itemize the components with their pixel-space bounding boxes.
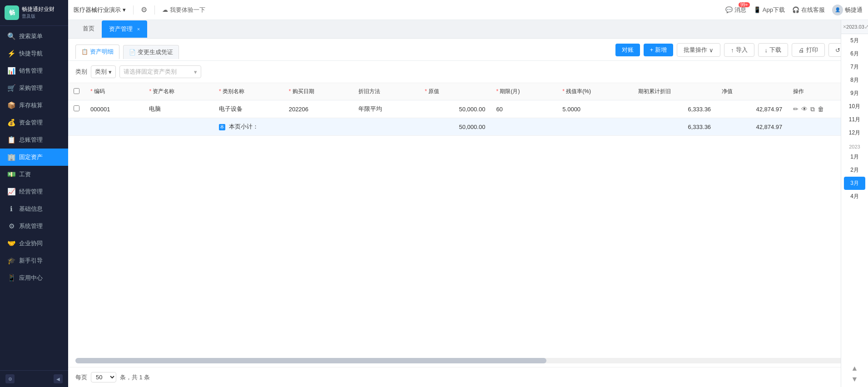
sidebar-item-enterprise[interactable]: 🤝 企业协同 [0,235,68,252]
delete-btn-0[interactable]: 🗑 [818,105,824,113]
import-label: 导入 [736,46,748,54]
topbar-divider-1 [133,5,134,15]
sidebar-item-ledger[interactable]: 📋 总账管理 [0,131,68,149]
sidebar-collapse-btn[interactable]: ◀ [54,374,63,383]
sidebar-item-finance[interactable]: 💰 资金管理 [0,114,68,131]
download-doc-icon: ↓ [765,47,768,54]
user-name: 畅捷通 [845,6,863,14]
sidebar-item-operations[interactable]: 📈 经营管理 [0,183,68,200]
asset-detail-icon: 📋 [81,49,88,55]
company-selector[interactable]: 医疗器械行业演示 ▾ [74,6,126,14]
sidebar-nav: 🔍 搜索菜单 ⚡ 快捷导航 📊 销售管理 🛒 采购管理 📦 库存核算 💰 资金管… [0,26,68,370]
calendar-header: × 2023.03 ⤢ [841,20,868,34]
cal-month-item[interactable]: 11月 [841,113,868,126]
topbar-right: 💬 消息 99+ 📱 App下载 🎧 在线客服 👤 畅捷通 [725,5,863,15]
sidebar-item-search[interactable]: 🔍 搜索菜单 [0,28,68,45]
cal-month-item[interactable]: 1月 [841,150,868,164]
add-btn[interactable]: + 新增 [644,44,673,56]
subtotal-row: 本 本页小计： 50,000.00 6,333.36 42,874.97 [68,118,868,136]
edit-btn-0[interactable]: ✏ [793,105,799,113]
select-all-checkbox[interactable] [74,88,79,94]
scrollbar-thumb [75,358,546,363]
th-accumulated-depreciation: 期初累计折旧 [633,83,716,100]
sidebar-icon-ledger: 📋 [7,136,15,144]
sub-tab-change-voucher[interactable]: 📄 变更生成凭证 [123,45,179,59]
cal-month-item[interactable]: 12月 [841,126,868,139]
change-voucher-icon: 📄 [129,49,136,55]
app-name: 畅捷通好业财 [22,6,55,13]
calendar-up-btn[interactable]: ▲ [851,364,858,372]
cal-month-item[interactable]: 4月 [841,190,868,203]
category-type-select[interactable]: 类别 ▾ [91,65,116,78]
account-btn[interactable]: 对账 [615,44,640,56]
sidebar-item-system[interactable]: ⚙ 系统管理 [0,218,68,235]
copy-btn-0[interactable]: ⧉ [810,105,815,113]
subtotal-empty-2 [144,118,213,136]
print-btn[interactable]: 🖨 打印 [792,43,825,57]
calendar-down-btn[interactable]: ▼ [851,375,858,383]
print-icon: 🖨 [799,47,804,54]
batch-btn[interactable]: 批量操作 ∨ [677,43,720,57]
sub-tab-asset-detail[interactable]: 📋 资产明细 [75,45,119,59]
sidebar-icon-guide: 🎓 [7,257,15,265]
cal-month-item[interactable]: 8月 [841,74,868,87]
sidebar-item-quick-nav[interactable]: ⚡ 快捷导航 [0,45,68,62]
download-btn[interactable]: ↓ 下载 [758,43,789,57]
sub-tabs-left: 📋 资产明细 📄 变更生成凭证 [75,45,179,59]
subtotal-label: 本页小计： [229,123,258,130]
subtotal-check-cell [68,118,85,136]
print-label: 打印 [806,46,818,54]
experience-btn[interactable]: ☁ 我要体验一下 [162,6,205,14]
sidebar-icon-fixed-assets: 🏢 [7,153,15,161]
sidebar-item-purchase[interactable]: 🛒 采购管理 [0,79,68,97]
tab-close-icon[interactable]: × [137,26,140,32]
th-net-value: 净值 [716,83,788,100]
tab-asset-management[interactable]: 资产管理 × [102,20,147,38]
app-download-btn[interactable]: 📱 App下载 [754,6,785,14]
subtotal-empty-1 [85,118,144,136]
sidebar-item-guide[interactable]: 🎓 新手引导 [0,252,68,269]
cal-month-item[interactable]: 2月 [841,164,868,177]
cal-month-item[interactable]: 5月 [841,34,868,47]
sidebar-label-guide: 新手引导 [19,257,43,265]
per-page-select[interactable]: 50 100 [91,372,116,382]
sidebar-item-inventory[interactable]: 📦 库存核算 [0,97,68,114]
calendar-expand-btn[interactable]: ⤢ [864,24,868,30]
row-checkbox-0[interactable] [74,105,79,111]
th-period: 期限(月) [491,83,557,100]
sidebar-item-basic-info[interactable]: ℹ 基础信息 [0,200,68,218]
online-service-btn[interactable]: 🎧 在线客服 [792,6,825,14]
messages-btn[interactable]: 💬 消息 99+ [725,6,746,14]
sidebar-item-fixed-assets[interactable]: 🏢 固定资产 [0,149,68,166]
horizontal-scrollbar[interactable] [75,358,861,363]
calendar-close-btn[interactable]: × [843,24,846,30]
cal-month-item[interactable]: 7月 [841,60,868,74]
sidebar-label-app-center: 应用中心 [19,274,43,282]
sidebar-item-payroll[interactable]: 💵 工资 [0,166,68,183]
view-btn-0[interactable]: 👁 [801,105,808,113]
row-checkbox-cell [68,100,85,118]
calendar-section: 20231月2月3月4月 [841,141,868,203]
cal-month-item[interactable]: 3月 [844,177,865,190]
sidebar-settings-btn[interactable]: ⚙ [5,374,15,383]
settings-icon[interactable]: ⚙ [141,5,147,14]
cal-year-label: 2023 [841,141,868,150]
tab-home[interactable]: 首页 [75,20,102,38]
cal-month-item[interactable]: 9月 [841,87,868,100]
category-type-label: 类别 [95,68,107,76]
sidebar-label-quick-nav: 快捷导航 [19,50,43,58]
sidebar-icon-enterprise: 🤝 [7,239,15,248]
import-btn[interactable]: ↑ 导入 [724,43,754,57]
user-btn[interactable]: 👤 畅捷通 [832,5,863,15]
cal-month-item[interactable]: 6月 [841,47,868,60]
category-search-input[interactable]: 请选择固定资产类别 ▾ [119,65,201,78]
sidebar-item-app-center[interactable]: 📱 应用中心 [0,269,68,287]
cal-month-item[interactable]: 10月 [841,100,868,113]
sidebar-icon-purchase: 🛒 [7,84,15,92]
tabs-bar: 首页 资产管理 × [68,20,868,39]
filter-row: 类别 类别 ▾ 请选择固定资产类别 ▾ [68,61,868,83]
sidebar-icon-inventory: 📦 [7,101,15,109]
sidebar-label-system: 系统管理 [19,222,43,230]
download-label: 下载 [769,46,781,54]
sidebar-item-sales[interactable]: 📊 销售管理 [0,62,68,79]
